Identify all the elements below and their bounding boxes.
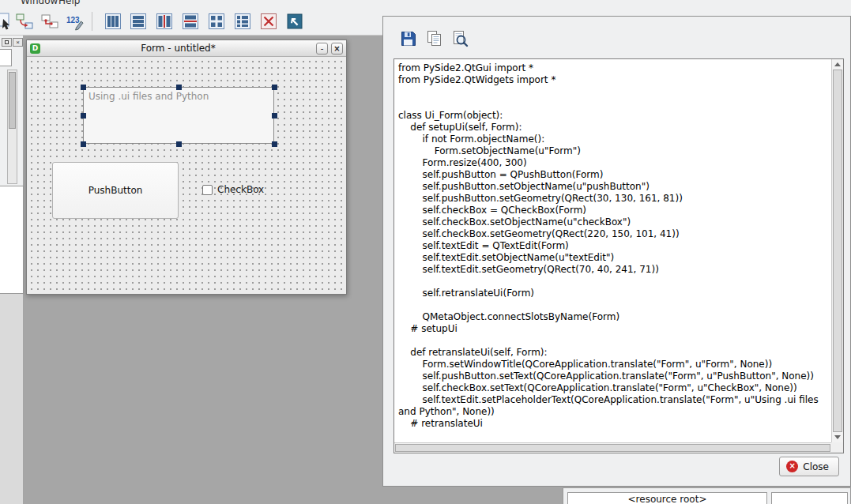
- menu-window[interactable]: Window: [21, 0, 58, 6]
- find-icon[interactable]: [450, 29, 470, 50]
- resource-browser-fragment: <resource root>: [563, 487, 851, 504]
- designer-form-icon: D: [30, 43, 40, 54]
- dock-list-fragment[interactable]: [0, 186, 24, 294]
- pushbutton-widget[interactable]: PushButton: [52, 162, 179, 219]
- selection-handle[interactable]: [272, 113, 277, 118]
- svg-text:123: 123: [66, 16, 80, 24]
- toolbar-separator: [92, 12, 92, 31]
- vertical-scrollbar-thumb[interactable]: [833, 70, 842, 432]
- layout-form-icon[interactable]: [232, 10, 254, 32]
- form-window-title: Form - untitled*: [43, 43, 313, 54]
- form-window-titlebar[interactable]: D Form - untitled* - ×: [27, 40, 346, 57]
- form-editor-window: D Form - untitled* - × Using .ui files a…: [26, 39, 347, 295]
- qt-designer-screen: Window Help 123: [0, 0, 851, 504]
- edit-tab-order-icon[interactable]: 123: [65, 10, 87, 32]
- close-button[interactable]: ×: [331, 43, 343, 55]
- layout-grid-icon[interactable]: [206, 10, 228, 32]
- close-dialog-button[interactable]: × Close: [779, 457, 839, 476]
- edit-signals-slots-icon[interactable]: [14, 10, 36, 32]
- minimize-button[interactable]: -: [316, 43, 328, 55]
- dock-close-icon[interactable]: ×: [13, 38, 23, 47]
- scrollbar-corner: [831, 442, 843, 453]
- vertical-scrollbar[interactable]: [831, 59, 843, 442]
- selection-handle[interactable]: [272, 85, 277, 90]
- layout-horizontal-splitter-icon[interactable]: [154, 10, 176, 32]
- break-layout-icon[interactable]: [258, 10, 281, 32]
- close-button-label: Close: [803, 461, 829, 472]
- selection-handle[interactable]: [176, 141, 182, 147]
- textedit-placeholder: Using .ui files and Python: [88, 91, 209, 102]
- checkbox-widget[interactable]: CheckBox: [202, 184, 264, 195]
- form-canvas[interactable]: Using .ui files and Python PushButton Ch…: [27, 57, 346, 294]
- scroll-up-icon[interactable]: [832, 59, 843, 70]
- resource-tree[interactable]: <resource root>: [567, 492, 767, 504]
- layout-vertical-icon[interactable]: [128, 10, 150, 32]
- edit-widgets-icon[interactable]: [0, 10, 16, 32]
- dock-float-icon[interactable]: [2, 38, 12, 47]
- code-view[interactable]: from PySide2.QtGui import * from PySide2…: [393, 58, 844, 453]
- dock-scrollbar-thumb[interactable]: [9, 72, 16, 129]
- widgetbox-filter-fragment[interactable]: [0, 49, 12, 66]
- dock-filler: [0, 294, 23, 504]
- selection-handle[interactable]: [176, 85, 182, 90]
- menubar: Window Help: [0, 0, 851, 7]
- left-dock-panel: ×: [0, 36, 24, 504]
- edit-buddies-icon[interactable]: [40, 10, 62, 32]
- close-circle-icon: ×: [786, 461, 798, 472]
- layout-vertical-splitter-icon[interactable]: [180, 10, 202, 32]
- code-preview-dialog: from PySide2.QtGui import * from PySide2…: [382, 16, 851, 487]
- code-text[interactable]: from PySide2.QtGui import * from PySide2…: [398, 62, 830, 430]
- checkbox-indicator[interactable]: [202, 185, 213, 195]
- scroll-down-icon[interactable]: [832, 432, 843, 442]
- copy-icon[interactable]: [424, 29, 445, 50]
- layout-horizontal-icon[interactable]: [103, 10, 125, 32]
- save-icon[interactable]: [398, 29, 419, 50]
- resource-side-box: [771, 492, 848, 504]
- dock-scrollbar[interactable]: [7, 70, 17, 184]
- selection-handle[interactable]: [272, 141, 277, 147]
- selection-handle[interactable]: [81, 113, 86, 118]
- float-glyph-icon: [5, 40, 9, 44]
- textedit-widget[interactable]: Using .ui files and Python: [83, 87, 274, 144]
- menu-help[interactable]: Help: [58, 0, 80, 6]
- checkbox-label: CheckBox: [217, 184, 264, 195]
- horizontal-scrollbar[interactable]: [394, 442, 831, 453]
- selection-handle[interactable]: [81, 141, 86, 147]
- selection-handle[interactable]: [81, 85, 86, 90]
- adjust-size-icon[interactable]: [284, 10, 307, 32]
- resource-root-item[interactable]: <resource root>: [628, 494, 707, 504]
- horizontal-scrollbar-thumb[interactable]: [395, 444, 830, 452]
